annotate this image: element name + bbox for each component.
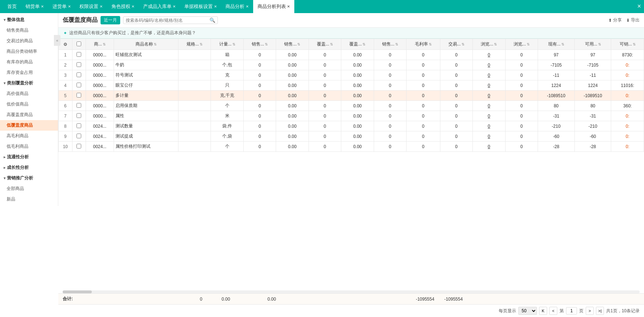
share-button[interactable]: ⬆ 分享 bbox=[608, 17, 622, 23]
nav-sales[interactable]: 销货单 × bbox=[21, 0, 48, 13]
sidebar-item-high-coverage[interactable]: 高覆盖度商品 bbox=[0, 110, 58, 120]
row-browse1[interactable]: 0 bbox=[473, 111, 505, 121]
sidebar-section-overall[interactable]: ▾ 整体信息 bbox=[0, 15, 58, 25]
sidebar-section-growth[interactable]: ▸ 成长性分析 bbox=[0, 162, 58, 173]
row-checkbox[interactable] bbox=[72, 142, 86, 152]
search-input[interactable] bbox=[126, 18, 209, 23]
table-row[interactable]: 10 0024... 属性价格打印测试 个 0 0.00 0 0.00 0 0 … bbox=[59, 142, 644, 152]
table-wrapper[interactable]: ⚙ 商...⇅ 商品名称⇅ 规格...⇅ 计量...⇅ 销售...⇅ 销售...… bbox=[58, 39, 644, 290]
row-checkbox[interactable] bbox=[72, 70, 86, 80]
row-checkbox[interactable] bbox=[72, 101, 86, 111]
row-browse1[interactable]: 0 bbox=[473, 121, 505, 131]
row-browse1[interactable]: 0 bbox=[473, 101, 505, 111]
sidebar-item-low-coverage[interactable]: 低覆盖度商品 bbox=[0, 120, 58, 131]
col-settings[interactable]: ⚙ bbox=[59, 39, 72, 50]
sidebar-item-new-goods[interactable]: 新品 bbox=[0, 194, 58, 205]
sidebar-section-liquidity[interactable]: ▸ 流通性分析 bbox=[0, 152, 58, 162]
page-number-input[interactable] bbox=[566, 307, 577, 314]
sidebar-item-high-value[interactable]: 高价值商品 bbox=[0, 88, 58, 99]
row-checkbox[interactable] bbox=[72, 111, 86, 121]
row-browse1[interactable]: 0 bbox=[473, 91, 505, 101]
sidebar-item-sales-goods[interactable]: 销售类商品 bbox=[0, 25, 58, 36]
col-available[interactable]: 可用...⇅ bbox=[574, 39, 611, 50]
col-name[interactable]: 商品名称⇅ bbox=[114, 39, 178, 50]
table-row[interactable]: 5 0000... 多计量 克,千克 0 0.00 0 0.00 0 0 0 0… bbox=[59, 91, 644, 101]
row-browse1[interactable]: 0 bbox=[473, 80, 505, 91]
col-current[interactable]: 现有...⇅ bbox=[538, 39, 574, 50]
row-spec bbox=[178, 121, 211, 131]
table-row[interactable]: 2 0000... 牛奶 个,包 0 0.00 0 0.00 0 0 0 0 0… bbox=[59, 60, 644, 70]
row-browse1[interactable]: 0 bbox=[473, 60, 505, 70]
col-gross-rate[interactable]: 毛利率⇅ bbox=[406, 39, 440, 50]
export-button[interactable]: ⬇ 导出 bbox=[626, 17, 640, 23]
row-checkbox[interactable] bbox=[72, 131, 86, 142]
col-checkbox[interactable] bbox=[72, 39, 86, 50]
row-browse1[interactable]: 0 bbox=[473, 142, 505, 152]
row-sales-qty: 0 bbox=[243, 121, 276, 131]
table-row[interactable]: 3 0000... 符号测试 克 0 0.00 0 0.00 0 0 0 0 0… bbox=[59, 70, 644, 80]
page-size-select[interactable]: 50 10 20 100 bbox=[518, 307, 537, 315]
col-trade[interactable]: 交易...⇅ bbox=[440, 39, 472, 50]
first-page-button[interactable]: K bbox=[539, 307, 547, 315]
period-button[interactable]: 近一月 bbox=[101, 16, 120, 24]
table-row[interactable]: 8 0024... 测试数量 袋,件 0 0.00 0 0.00 0 0 0 0… bbox=[59, 121, 644, 131]
row-checkbox[interactable] bbox=[72, 121, 86, 131]
row-spec bbox=[178, 111, 211, 121]
sidebar-item-category-rate[interactable]: 商品分类动销率 bbox=[0, 46, 58, 57]
row-checkbox[interactable] bbox=[72, 60, 86, 70]
nav-permission[interactable]: 权限设置 × bbox=[75, 0, 107, 13]
sidebar-item-high-margin[interactable]: 高毛利商品 bbox=[0, 131, 58, 141]
sidebar-item-traded-goods[interactable]: 交易过的商品 bbox=[0, 36, 58, 46]
row-code: 0024... bbox=[86, 121, 114, 131]
sidebar-item-low-value[interactable]: 低价值商品 bbox=[0, 99, 58, 110]
table-row[interactable]: 7 0000... 属性 米 0 0.00 0 0.00 0 0 0 0 0 -… bbox=[59, 111, 644, 121]
row-current: -7105 bbox=[538, 60, 574, 70]
col-sales3[interactable]: 销售...⇅ bbox=[374, 39, 406, 50]
nav-product-analysis-list[interactable]: 商品分析列表 × bbox=[253, 0, 294, 13]
nav-product-entry[interactable]: 产成品入库单 × bbox=[139, 0, 180, 13]
sidebar-section-marketing[interactable]: ▾ 营销推广分析 bbox=[0, 173, 58, 183]
col-browse2[interactable]: 浏览...⇅ bbox=[505, 39, 538, 50]
sidebar-item-inventory-capital[interactable]: 库存资金占用 bbox=[0, 67, 58, 78]
row-sales-amt: 0.00 bbox=[276, 50, 309, 60]
nav-product-analysis[interactable]: 商品分析 × bbox=[221, 0, 253, 13]
col-sales-qty[interactable]: 销售...⇅ bbox=[243, 39, 276, 50]
col-saleable[interactable]: 可销...⇅ bbox=[611, 39, 644, 50]
col-spec[interactable]: 规格...⇅ bbox=[178, 39, 211, 50]
close-icon[interactable]: × bbox=[637, 3, 641, 9]
table-row[interactable]: 6 0000... 启用保质期 个 0 0.00 0 0.00 0 0 0 0 … bbox=[59, 101, 644, 111]
sidebar-item-in-stock[interactable]: 有库存的商品 bbox=[0, 57, 58, 67]
nav-purchase[interactable]: 进货单 × bbox=[48, 0, 75, 13]
col-browse1[interactable]: 浏览...⇅ bbox=[473, 39, 505, 50]
col-cover2[interactable]: 覆盖...⇅ bbox=[341, 39, 374, 50]
table-row[interactable]: 9 0024... 测试提成 个,袋 0 0.00 0 0.00 0 0 0 0… bbox=[59, 131, 644, 142]
table-row[interactable]: 4 0000... 眼宝公仔 只 0 0.00 0 0.00 0 0 0 0 0… bbox=[59, 80, 644, 91]
scrollbar-thumb[interactable] bbox=[63, 290, 92, 293]
row-checkbox[interactable] bbox=[72, 80, 86, 91]
row-browse1[interactable]: 0 bbox=[473, 70, 505, 80]
sidebar-toggle[interactable]: « bbox=[54, 35, 60, 46]
sidebar-section-category-coverage[interactable]: ▾ 类别覆盖分析 bbox=[0, 78, 58, 88]
nav-template[interactable]: 单据模板设置 × bbox=[180, 0, 221, 13]
select-all-checkbox[interactable] bbox=[76, 41, 81, 46]
table-row[interactable]: 1 0000... 旺辅批次测试 箱 0 0.00 0 0.00 0 0 0 0… bbox=[59, 50, 644, 60]
col-unit[interactable]: 计量...⇅ bbox=[211, 39, 243, 50]
next-page-button[interactable]: > bbox=[586, 307, 594, 315]
search-box[interactable]: 🔍 bbox=[123, 16, 218, 24]
row-saleable: 11016: bbox=[611, 80, 644, 91]
sidebar-item-low-margin[interactable]: 低毛利商品 bbox=[0, 141, 58, 152]
horizontal-scrollbar[interactable] bbox=[63, 290, 640, 293]
row-browse1[interactable]: 0 bbox=[473, 50, 505, 60]
row-browse1[interactable]: 0 bbox=[473, 131, 505, 142]
col-cover1[interactable]: 覆盖...⇅ bbox=[309, 39, 341, 50]
nav-role[interactable]: 角色授权 × bbox=[107, 0, 139, 13]
col-sales-amt[interactable]: 销售...⇅ bbox=[276, 39, 309, 50]
nav-home[interactable]: 首页 bbox=[3, 0, 21, 13]
prev-page-button[interactable]: < bbox=[549, 307, 557, 315]
last-page-button[interactable]: >| bbox=[596, 307, 604, 315]
row-checkbox[interactable] bbox=[72, 91, 86, 101]
col-code[interactable]: 商...⇅ bbox=[86, 39, 114, 50]
sidebar-item-all-goods[interactable]: 全部商品 bbox=[0, 183, 58, 194]
row-checkbox[interactable] bbox=[72, 50, 86, 60]
total-label: 合计: bbox=[63, 296, 73, 302]
